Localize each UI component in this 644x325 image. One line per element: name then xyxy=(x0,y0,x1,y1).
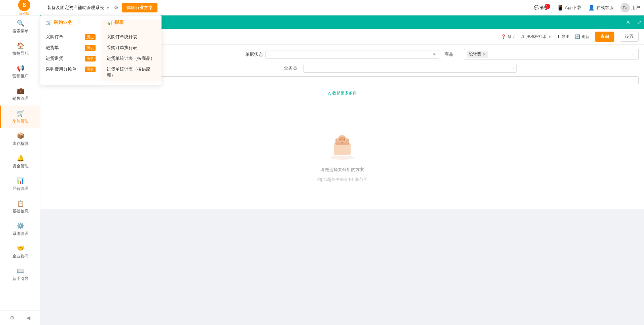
guide-icon: 📖 xyxy=(17,267,24,275)
dropdown-item-purchase-order[interactable]: 采购订单 历史 xyxy=(46,32,96,42)
customer-dots-icon[interactable]: ··· xyxy=(632,78,636,83)
collapse-label: 收起更多条件 xyxy=(332,90,357,96)
salesperson-label: 业务员 xyxy=(284,65,301,71)
settings-btn[interactable]: 设置 xyxy=(620,32,639,42)
dropdown-item-goods-receipt[interactable]: 进货单 历史 xyxy=(46,42,96,53)
help-icon: ❓ xyxy=(501,34,506,39)
sidebar-label-quick: 快捷导航 xyxy=(12,51,29,56)
goods-tag-close[interactable]: ✕ xyxy=(482,52,486,57)
topbar: 6 标准版 装备及固定资产辅助管理系统 ▼ ⚙ 体验行业方案 💬 消息 9 📱 … xyxy=(0,0,644,15)
print-btn[interactable]: 🖨 按模板打印 ▼ xyxy=(521,34,551,40)
dropdown-purchase-col: 🛒 采购业务 采购订单 历史 进货单 历史 进货退货 历史 采购费用分摊单 历史 xyxy=(40,19,101,81)
app-download-area[interactable]: 📱 App下载 xyxy=(557,4,581,11)
sidebar-label-cooperation: 企业协同 xyxy=(12,253,29,259)
system-arrow-icon: ▼ xyxy=(106,6,110,10)
goods-dots-icon[interactable]: ··· xyxy=(632,52,636,57)
avatar-text: Ea xyxy=(623,6,627,10)
purchase-header-label: 采购业务 xyxy=(53,19,72,26)
help-btn[interactable]: ❓ 帮助 xyxy=(501,34,515,40)
system-selector[interactable]: 装备及固定资产辅助管理系统 ▼ xyxy=(44,3,112,12)
finance-icon: 🔔 xyxy=(17,155,24,162)
collapse-up-icon: ⋀ xyxy=(328,91,331,96)
sidebar-label-marketing: 营销推广 xyxy=(12,73,29,79)
topbar-right: 💬 消息 9 📱 App下载 👤 在线客服 Ea 用户 xyxy=(534,3,640,12)
message-area[interactable]: 💬 消息 9 xyxy=(534,5,550,11)
doc-status-label: 单据状态 xyxy=(245,51,263,57)
goods-tag-text: 设计费 xyxy=(469,51,481,57)
online-service-area[interactable]: 👤 在线客服 xyxy=(588,4,614,11)
dropdown-item-goods-return[interactable]: 进货退货 历史 xyxy=(46,53,96,64)
dropdown-item-label-report-2: 采购订单执行表 xyxy=(107,45,137,51)
dropdown-item-report-1[interactable]: 采购订单统计表 xyxy=(107,32,156,42)
export-icon: ⬆ xyxy=(557,34,560,39)
goods-label: 商品 xyxy=(444,51,461,57)
print-arrow-icon: ▼ xyxy=(548,35,551,39)
doc-status-arrow-icon: ▼ xyxy=(432,52,436,57)
purchase-header-icon: 🛒 xyxy=(46,20,51,25)
tabbar-close-icon[interactable]: ✕ xyxy=(622,19,634,26)
sidebar-item-operations[interactable]: 📊 经营管理 xyxy=(0,173,40,196)
hist-badge-goods-receipt: 历史 xyxy=(85,45,96,51)
sidebar-item-search[interactable]: 🔍 搜索菜单 xyxy=(0,15,40,38)
doc-status-input[interactable]: ▼ xyxy=(265,50,439,59)
sidebar-item-inventory[interactable]: 📦 库存核算 xyxy=(0,128,40,151)
sidebar-label-operations: 经营管理 xyxy=(12,186,29,192)
app-download-label: App下载 xyxy=(565,5,581,11)
dropdown-item-report-3[interactable]: 进货单统计表（按商品） xyxy=(107,53,156,64)
sidebar-item-purchase[interactable]: 🛒 采购管理 xyxy=(0,106,40,128)
hist-badge-goods-return: 历史 xyxy=(85,56,96,62)
print-icon: 🖨 xyxy=(521,34,525,39)
svg-point-5 xyxy=(339,139,341,140)
dropdown-item-label-purchase-order: 采购订单 xyxy=(46,34,63,40)
goods-tag: 设计费 ✕ xyxy=(467,51,488,58)
message-badge: 9 xyxy=(545,4,550,9)
cooperation-icon: 🤝 xyxy=(17,245,24,252)
tabbar-expand-icon[interactable]: ⤢ xyxy=(634,19,644,26)
sidebar-item-quick[interactable]: 🏠 快捷导航 xyxy=(0,38,40,60)
hist-badge-purchase-expense: 历史 xyxy=(85,67,96,72)
home-icon: 🏠 xyxy=(17,42,24,49)
salesperson-input[interactable]: ··· xyxy=(303,64,517,73)
marketing-icon: 📢 xyxy=(17,65,24,72)
basic-icon: 📋 xyxy=(17,200,24,207)
svg-rect-4 xyxy=(339,137,345,141)
sidebar-item-guide[interactable]: 📖 新手引导 xyxy=(0,263,40,286)
sidebar-label-search: 搜索菜单 xyxy=(12,28,29,34)
settings-icon[interactable]: ⚙ xyxy=(114,4,118,11)
sidebar-collapse-btn[interactable]: ◀ xyxy=(26,315,30,321)
refresh-icon: 🔄 xyxy=(575,34,580,39)
sidebar-item-cooperation[interactable]: 🤝 企业协同 xyxy=(0,241,40,263)
search-icon: 🔍 xyxy=(17,19,24,27)
dropdown-item-label-goods-receipt: 进货单 xyxy=(46,45,59,51)
industry-button[interactable]: 体验行业方案 xyxy=(122,3,157,12)
sidebar-bottom: ⚙ ◀ xyxy=(0,310,40,325)
user-area[interactable]: Ea 用户 xyxy=(620,3,640,12)
goods-input[interactable]: 设计费 ✕ ··· xyxy=(464,49,639,60)
sidebar-item-system[interactable]: ⚙️ 系统管理 xyxy=(0,218,40,241)
sales-icon: 💼 xyxy=(17,87,24,94)
export-btn[interactable]: ⬆ 导出 xyxy=(557,34,570,40)
purchase-icon: 🛒 xyxy=(17,110,24,117)
sidebar-item-marketing[interactable]: 📢 营销推广 xyxy=(0,60,40,83)
help-label: 帮助 xyxy=(507,34,515,40)
refresh-btn[interactable]: 🔄 刷新 xyxy=(575,34,589,40)
dropdown-item-label-goods-return: 进货退货 xyxy=(46,55,63,62)
sidebar-settings-btn[interactable]: ⚙ xyxy=(10,315,14,321)
sidebar-item-finance[interactable]: 🔔 资金管理 xyxy=(0,151,40,173)
dropdown-item-label-report-3: 进货单统计表（按商品） xyxy=(107,55,155,62)
system-name: 装备及固定资产辅助管理系统 xyxy=(47,5,104,11)
salesperson-dots-icon[interactable]: ··· xyxy=(510,66,514,71)
empty-hint2: 用[过滤]条件来缩小分析范围 xyxy=(317,177,368,182)
collapse-btn[interactable]: ⋀ 收起更多条件 xyxy=(46,88,639,98)
sidebar-label-purchase: 采购管理 xyxy=(12,118,29,124)
query-btn[interactable]: 查询 xyxy=(595,32,614,42)
dropdown-item-purchase-expense[interactable]: 采购费用分摊单 历史 xyxy=(46,64,96,75)
dropdown-panel: 🛒 采购业务 采购订单 历史 进货单 历史 进货退货 历史 采购费用分摊单 历史 xyxy=(40,15,162,85)
sidebar-item-basic[interactable]: 📋 基础信息 xyxy=(0,196,40,218)
sidebar-item-sales[interactable]: 💼 销售管理 xyxy=(0,83,40,106)
dropdown-item-report-2[interactable]: 采购订单执行表 xyxy=(107,42,156,53)
sidebar-label-sales: 销售管理 xyxy=(12,96,29,101)
dropdown-item-report-4[interactable]: 进货单统计表（按供应商） xyxy=(107,64,156,81)
print-label: 按模板打印 xyxy=(526,34,546,40)
avatar: Ea xyxy=(620,3,630,12)
